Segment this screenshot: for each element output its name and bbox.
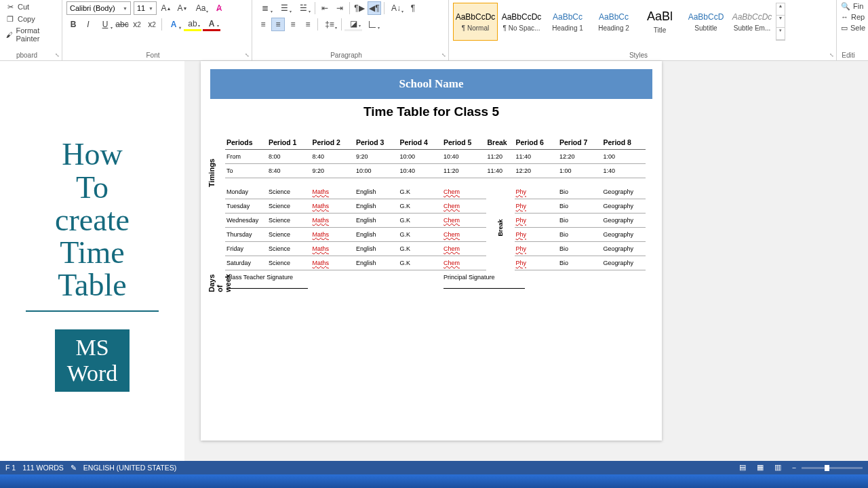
style-preview: AaBbCc bbox=[553, 12, 583, 22]
editing-group-label: Editi bbox=[837, 52, 860, 59]
col-header: Period 4 bbox=[399, 136, 443, 150]
shrink-font-button[interactable]: A▼ bbox=[176, 1, 189, 15]
font-size-combo[interactable]: 11▼ bbox=[134, 1, 157, 15]
principal-signature: Principal Signature bbox=[442, 270, 646, 293]
word-count[interactable]: 111 WORDS bbox=[22, 464, 64, 472]
replace-button[interactable]: ↔Rep bbox=[841, 12, 864, 22]
bold-button[interactable]: B bbox=[66, 18, 80, 31]
cut-button[interactable]: Cut bbox=[4, 1, 58, 12]
overlay-badge: MS Word bbox=[55, 329, 130, 392]
style-heading-1[interactable]: AaBbCcHeading 1 bbox=[545, 3, 590, 41]
format-painter-button[interactable]: Format Painter bbox=[4, 26, 58, 43]
font-name-combo[interactable]: Calibri (Body)▼ bbox=[66, 1, 131, 15]
paragraph-dialog-launcher[interactable]: ⤡ bbox=[440, 52, 447, 59]
zoom-slider[interactable] bbox=[802, 467, 863, 469]
zoom-thumb[interactable] bbox=[825, 465, 829, 471]
subject-cell: Phy bbox=[515, 228, 559, 242]
numbering-button[interactable]: ☰ bbox=[275, 1, 293, 15]
superscript-button[interactable]: x2 bbox=[145, 18, 159, 31]
subject-cell: English bbox=[355, 185, 399, 199]
ltr-button[interactable]: ¶▶ bbox=[353, 1, 366, 15]
show-marks-button[interactable]: ¶ bbox=[406, 1, 420, 15]
styles-gallery[interactable]: AaBbCcDc¶ NormalAaBbCcDc¶ No Spac...AaBb… bbox=[453, 1, 832, 41]
subject-cell: Bio bbox=[558, 242, 602, 256]
proofing-icon[interactable]: ✎ bbox=[71, 464, 77, 472]
style-preview: AaBbCcDc bbox=[732, 12, 772, 22]
style-subtle-em---[interactable]: AaBbCcDcSubtle Em... bbox=[730, 3, 774, 41]
increase-indent-button[interactable]: ⇥ bbox=[333, 1, 347, 15]
group-clipboard: Cut Copy Format Painter pboard ⤡ bbox=[0, 0, 62, 61]
page-indicator[interactable]: F 1 bbox=[5, 464, 16, 472]
subject-cell: Maths bbox=[311, 256, 355, 270]
style-subtitle[interactable]: AaBbCcDSubtitle bbox=[684, 3, 728, 41]
subject-cell: G.K bbox=[399, 242, 443, 256]
highlight-button[interactable]: ab bbox=[184, 18, 201, 31]
align-center-button[interactable]: ≡ bbox=[271, 18, 285, 31]
document-page[interactable]: School Name Time Table for Class 5 Timin… bbox=[201, 61, 662, 441]
separator bbox=[317, 18, 318, 30]
time-cell: 11:40 bbox=[486, 164, 515, 178]
subject-cell: Chem bbox=[442, 228, 486, 242]
subject-cell: Geography bbox=[602, 228, 646, 242]
web-layout-button[interactable]: ▥ bbox=[774, 463, 787, 472]
find-button[interactable]: 🔍Fin bbox=[841, 1, 864, 11]
subscript-button[interactable]: x2 bbox=[130, 18, 144, 31]
day-label: Thursday bbox=[225, 228, 267, 242]
rtl-button[interactable]: ◀¶ bbox=[368, 1, 381, 15]
time-cell: 11:40 bbox=[515, 150, 559, 164]
subject-cell: Geography bbox=[602, 256, 646, 270]
subject-cell: Science bbox=[267, 242, 311, 256]
time-cell: 11:20 bbox=[486, 150, 515, 164]
timetable-wrap: Timings Days of week PeriodsPeriod 1Peri… bbox=[225, 136, 646, 292]
zoom-out-button[interactable]: − bbox=[792, 464, 796, 472]
subject-cell: G.K bbox=[399, 199, 443, 214]
shading-button[interactable]: ◪ bbox=[344, 18, 362, 31]
print-layout-button[interactable]: ▦ bbox=[757, 463, 769, 472]
subject-cell: Science bbox=[267, 256, 311, 270]
language-indicator[interactable]: ENGLISH (UNITED STATES) bbox=[83, 464, 176, 472]
chevron-down-icon: ▼ bbox=[149, 6, 153, 11]
justify-button[interactable]: ≡ bbox=[301, 18, 315, 31]
bullets-button[interactable]: ≣ bbox=[256, 1, 274, 15]
line-spacing-button[interactable]: ‡≡ bbox=[321, 18, 338, 31]
clipboard-dialog-launcher[interactable]: ⤡ bbox=[54, 52, 60, 59]
grow-font-button[interactable]: A▲ bbox=[159, 1, 173, 15]
style-preview: AaBbCcD bbox=[688, 12, 724, 22]
styles-dialog-launcher[interactable]: ⤡ bbox=[828, 52, 835, 59]
style---no-spac---[interactable]: AaBbCcDc¶ No Spac... bbox=[499, 3, 544, 41]
multilevel-button[interactable]: ☱ bbox=[294, 1, 312, 15]
overlay-text: How To create Time Table bbox=[55, 138, 130, 302]
style---normal[interactable]: AaBbCcDc¶ Normal bbox=[453, 3, 498, 41]
text-effects-button[interactable]: A bbox=[165, 18, 182, 31]
underline-button[interactable]: U bbox=[96, 18, 114, 31]
decrease-indent-button[interactable]: ⇤ bbox=[318, 1, 332, 15]
borders-button[interactable] bbox=[363, 18, 381, 31]
italic-button[interactable]: I bbox=[81, 18, 95, 31]
clear-formatting-button[interactable]: A̷ bbox=[212, 1, 226, 15]
change-case-button[interactable]: Aa bbox=[192, 1, 210, 15]
subject-cell: G.K bbox=[399, 256, 443, 270]
select-button[interactable]: ▭Sele bbox=[841, 23, 864, 33]
sort-button[interactable]: A↓ bbox=[387, 1, 405, 15]
subject-cell: English bbox=[355, 214, 399, 228]
time-cell: 9:20 bbox=[355, 150, 399, 164]
style-label: Heading 2 bbox=[598, 24, 629, 32]
status-bar: F 1 111 WORDS ✎ ENGLISH (UNITED STATES) … bbox=[0, 461, 868, 474]
subject-cell: Phy bbox=[515, 256, 559, 270]
style-title[interactable]: AaBlTitle bbox=[637, 3, 682, 41]
copy-button[interactable]: Copy bbox=[4, 14, 58, 24]
font-dialog-launcher[interactable]: ⤡ bbox=[243, 52, 250, 59]
day-row: TuesdayScienceMathsEnglishG.KChemPhyBioG… bbox=[225, 199, 646, 214]
windows-taskbar[interactable] bbox=[0, 474, 868, 488]
read-mode-button[interactable]: ▤ bbox=[739, 463, 751, 472]
font-color-button[interactable]: A bbox=[203, 18, 220, 31]
align-right-button[interactable]: ≡ bbox=[286, 18, 300, 31]
subject-cell: English bbox=[355, 256, 399, 270]
time-cell: 8:00 bbox=[267, 150, 311, 164]
gallery-scroll[interactable]: ▲▼▾ bbox=[776, 3, 785, 41]
style-heading-2[interactable]: AaBbCcHeading 2 bbox=[591, 3, 636, 41]
align-left-button[interactable]: ≡ bbox=[256, 18, 270, 31]
strikethrough-button[interactable]: abc bbox=[115, 18, 129, 31]
timetable-header-row: PeriodsPeriod 1Period 2Period 3Period 4P… bbox=[225, 136, 646, 150]
day-label: Wednesday bbox=[225, 214, 267, 228]
